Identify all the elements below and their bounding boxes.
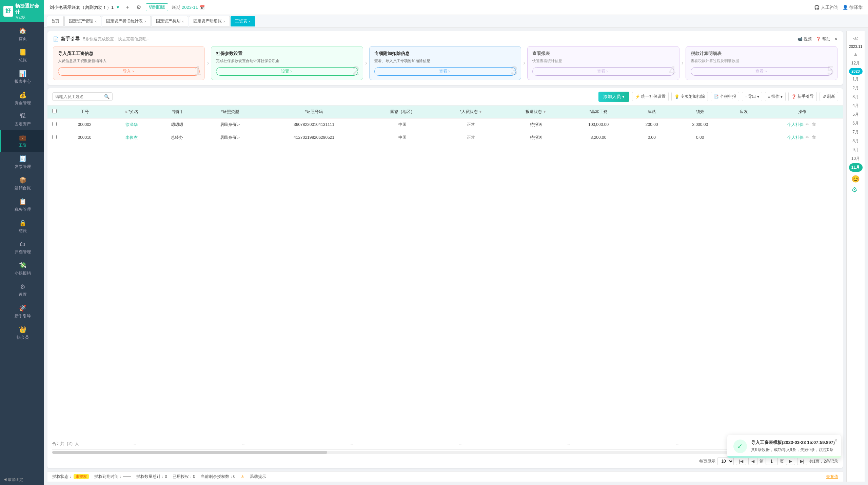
sidebar-item-expense[interactable]: 💸小畅报销	[0, 258, 44, 280]
tab-首页[interactable]: 首页	[47, 16, 64, 26]
sidebar-unpin[interactable]: ◀ 取消固定	[0, 474, 44, 485]
settings-btn[interactable]: ⚙	[135, 3, 142, 12]
calendar-prev-btn[interactable]: ▲	[852, 50, 860, 59]
row-checkbox[interactable]	[52, 122, 57, 126]
th-status: *人员状态 ▼	[438, 106, 505, 118]
month-item-12月[interactable]: 12月	[849, 59, 863, 68]
step-btn-step1[interactable]: 导入＞	[58, 67, 200, 76]
status-filter-icon[interactable]: ▼	[479, 110, 482, 114]
sidebar-item-salary[interactable]: 💼工资	[0, 130, 44, 152]
add-account-btn[interactable]: ＋	[123, 2, 132, 12]
send-filter-icon[interactable]: ▼	[543, 110, 547, 114]
scrollbar[interactable]	[52, 451, 838, 454]
sidebar-item-archive[interactable]: 🗂归档管理	[0, 237, 44, 258]
tab-工资表[interactable]: 工资表×	[231, 16, 255, 26]
personal-insurance-link[interactable]: 个人社保	[787, 135, 804, 140]
tab-固定资产折旧统计表[interactable]: 固定资产折旧统计表×	[102, 16, 151, 26]
wizard-card: 📄 新手引导 5步快速完成设置，快去完善信息吧~ 📹 视频 ❓ 帮助 × 导入员…	[47, 31, 843, 85]
go-auth-link[interactable]: 去充值	[826, 474, 838, 480]
next-page-btn[interactable]: ▶	[786, 458, 795, 465]
page-size-select[interactable]: 10 20 50	[717, 457, 734, 465]
action-btn[interactable]: ≡ 操作 ▾	[765, 92, 786, 101]
ai-consult-btn[interactable]: 🎧 人工咨询	[814, 4, 839, 11]
calendar-icon[interactable]: 📅	[199, 5, 205, 10]
current-month[interactable]: 11月	[849, 163, 863, 172]
edit-icon[interactable]: ✏	[806, 135, 809, 140]
export-btn[interactable]: ↑ 导出 ▾	[742, 92, 762, 101]
tab-固定资产管理[interactable]: 固定资产管理×	[64, 16, 101, 26]
wizard-video-btn[interactable]: 📹 视频	[797, 36, 812, 42]
sidebar-item-sales[interactable]: 📦进销台账	[0, 173, 44, 194]
account-dropdown-icon[interactable]: ▼	[116, 5, 120, 10]
toast-close-btn[interactable]: ×	[834, 437, 837, 444]
first-page-btn[interactable]: |◀	[736, 458, 746, 465]
add-person-btn[interactable]: 添加人员 ▾	[598, 92, 629, 102]
name-link[interactable]: 徐泽华	[125, 122, 138, 127]
month-item-10月[interactable]: 10月	[849, 154, 863, 163]
step-btn-step2[interactable]: 设置＞	[216, 67, 358, 76]
delete-icon[interactable]: 🗑	[812, 135, 816, 140]
month-item-9月[interactable]: 9月	[849, 146, 863, 154]
tab-close-icon[interactable]: ×	[144, 19, 146, 23]
month-item-8月[interactable]: 8月	[849, 137, 863, 145]
page-input[interactable]	[766, 458, 778, 465]
month-item-1月[interactable]: 1月	[849, 75, 863, 83]
step-btn-step4[interactable]: 查看＞	[532, 67, 674, 76]
month-item-6月[interactable]: 6月	[849, 119, 863, 128]
period-selector: 账期 2023-11 📅	[172, 4, 205, 11]
sidebar-item-invoice[interactable]: 🧾发票管理	[0, 152, 44, 173]
month-item-2月[interactable]: 2月	[849, 84, 863, 92]
tab-固定资产明细账[interactable]: 固定资产明细账×	[189, 16, 230, 26]
month-item-5月[interactable]: 5月	[849, 110, 863, 119]
delete-icon[interactable]: 🗑	[812, 122, 816, 127]
tab-固定资产类别[interactable]: 固定资产类别×	[152, 16, 188, 26]
social-insurance-btn[interactable]: ⚡ 统一社保设置	[632, 92, 669, 101]
switch-version-btn[interactable]: 切到旧版	[146, 3, 168, 11]
feedback-icon[interactable]: 😊	[851, 175, 860, 183]
sidebar-item-wizard[interactable]: 🚀新手引导	[0, 301, 44, 322]
year-badge[interactable]: 2023	[849, 68, 863, 75]
refresh-btn[interactable]: ↺ 刷新	[820, 92, 838, 101]
toast-success-icon: ✓	[733, 440, 747, 453]
deduction-btn[interactable]: 💡 专项附加扣除	[671, 92, 708, 101]
month-item-3月[interactable]: 3月	[849, 93, 863, 101]
settings-icon: ⚙	[20, 283, 25, 291]
month-item-7月[interactable]: 7月	[849, 128, 863, 136]
calendar-collapse-btn[interactable]: ≪	[851, 34, 860, 43]
search-input[interactable]	[55, 94, 103, 99]
sort-icon[interactable]: ⇅	[125, 110, 127, 114]
tab-close-icon[interactable]: ×	[223, 19, 225, 23]
guide-btn[interactable]: ❓ 新手引导	[788, 92, 817, 101]
row-checkbox[interactable]	[52, 135, 57, 139]
period-value[interactable]: 2023-11	[182, 5, 198, 10]
last-page-btn[interactable]: ▶|	[797, 458, 807, 465]
sidebar-item-member[interactable]: 👑畅会员	[0, 322, 44, 344]
prev-page-btn[interactable]: ◀	[748, 458, 757, 465]
sidebar-item-ledger[interactable]: 📒总账	[0, 45, 44, 67]
name-link[interactable]: 李俊杰	[125, 135, 138, 140]
settings-icon[interactable]: ⚙	[851, 186, 860, 194]
sidebar-item-assets[interactable]: 🏗固定资产	[0, 109, 44, 130]
tax-report-btn[interactable]: 📑 个税申报	[711, 92, 739, 101]
step-btn-step5[interactable]: 查看＞	[691, 67, 832, 76]
sidebar-item-tax[interactable]: 📋税务管理	[0, 194, 44, 216]
row-status: 正常	[438, 131, 505, 144]
select-all-checkbox[interactable]	[52, 109, 57, 113]
sidebar-item-home[interactable]: 🏠首页	[0, 24, 44, 45]
tab-close-icon[interactable]: ×	[249, 19, 251, 23]
tax-icon: 📋	[19, 198, 26, 205]
month-item-4月[interactable]: 4月	[849, 101, 863, 110]
sidebar-item-closing[interactable]: 🔒结账	[0, 216, 44, 237]
tab-close-icon[interactable]: ×	[182, 19, 184, 23]
wizard-help-btn[interactable]: ❓ 帮助	[816, 36, 830, 42]
sidebar-item-settings[interactable]: ⚙设置	[0, 280, 44, 301]
sidebar-item-funds[interactable]: 💰资金管理	[0, 88, 44, 109]
step-btn-step3[interactable]: 查看＞	[374, 67, 516, 76]
scrollbar-thumb[interactable]	[52, 451, 327, 454]
search-icon[interactable]: 🔍	[104, 94, 110, 99]
personal-insurance-link[interactable]: 个人社保	[787, 122, 804, 127]
sidebar-item-reports[interactable]: 📊报表中心	[0, 67, 44, 88]
tab-close-icon[interactable]: ×	[95, 19, 97, 23]
edit-icon[interactable]: ✏	[806, 122, 809, 127]
wizard-close-btn[interactable]: ×	[834, 36, 837, 42]
